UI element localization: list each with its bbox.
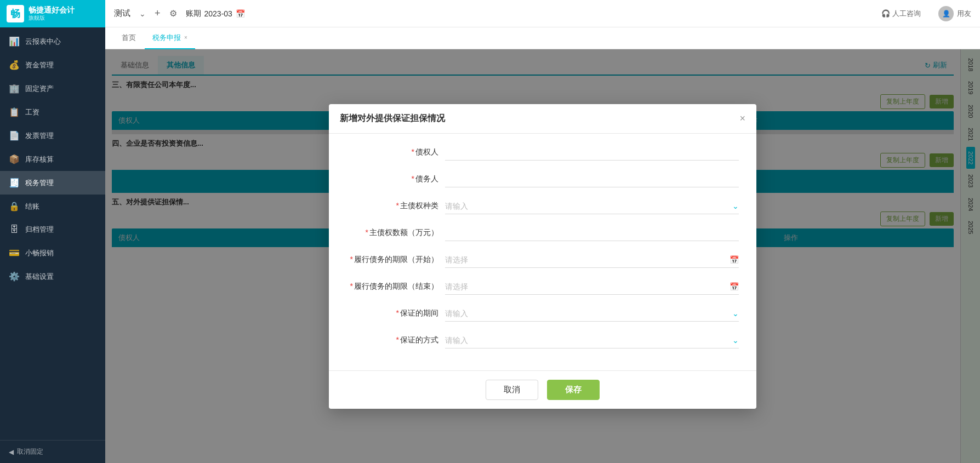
sidebar-item-fund[interactable]: 💰 资金管理 [0, 53, 105, 77]
form-label-debtor: *债务人 [346, 174, 445, 184]
footer-label: 取消固定 [17, 447, 43, 456]
close-icon: 🔒 [9, 201, 20, 212]
salary-icon: 📋 [9, 107, 20, 117]
support-label: 人工咨询 [892, 9, 921, 19]
sidebar-item-cloud-report[interactable]: 📊 云报表中心 [0, 30, 105, 53]
footer-arrow-icon: ◀ [9, 448, 14, 456]
form-label-claim-type: *主债权种类 [346, 201, 445, 211]
tab-tax-report[interactable]: 税务申报 × [145, 27, 195, 49]
form-row-creditor: *债权人 [346, 145, 739, 161]
form-row-claim-amount: *主债权数额（万元） [346, 225, 739, 241]
gear-icon[interactable]: ⚙ [169, 8, 177, 19]
sidebar-item-invoice[interactable]: 📄 发票管理 [0, 124, 105, 147]
period-start-input[interactable] [445, 252, 739, 268]
company-selector[interactable]: 测试 [114, 8, 130, 19]
avatar: 👤 [938, 6, 954, 21]
sidebar-item-settings[interactable]: ⚙️ 基础设置 [0, 265, 105, 288]
form-input-wrap-guarantee-period: ⌄ [445, 306, 739, 322]
sidebar-item-inventory[interactable]: 📦 库存核算 [0, 147, 105, 171]
sidebar-item-close[interactable]: 🔒 结账 [0, 195, 105, 218]
form-label-guarantee-period: *保证的期间 [346, 308, 445, 318]
sidebar-item-label: 云报表中心 [25, 37, 61, 47]
form-input-wrap-guarantee-method: ⌄ [445, 333, 739, 348]
support-button[interactable]: 🎧 人工咨询 [881, 9, 921, 19]
sidebar-item-label: 固定资产 [25, 84, 54, 94]
form-row-guarantee-method: *保证的方式 ⌄ [346, 333, 739, 348]
period-display: 账期 2023-03 📅 [186, 9, 245, 19]
save-button[interactable]: 保存 [547, 380, 600, 400]
form-label-creditor: *债权人 [346, 147, 445, 157]
form-input-wrap-period-start: 📅 [445, 252, 739, 268]
main-area: 测试 ⌄ + ⚙ 账期 2023-03 📅 🎧 人工咨询 👤 用友 [105, 0, 980, 463]
page-content: ↻ 刷新 基础信息 其他信息 三、有限责任公司本年度... [105, 49, 980, 463]
sidebar-footer[interactable]: ◀ 取消固定 [0, 440, 105, 463]
sidebar-nav: 📊 云报表中心 💰 资金管理 🏢 固定资产 📋 工资 📄 发票管理 📦 [0, 27, 105, 440]
tab-home[interactable]: 首页 [114, 27, 144, 49]
claim-type-input[interactable] [445, 198, 739, 214]
sidebar-item-label: 基础设置 [25, 272, 54, 282]
tab-close-icon[interactable]: × [184, 35, 187, 41]
tax-icon: 🧾 [9, 178, 20, 188]
sidebar-item-archive[interactable]: 🗄 归档管理 [0, 218, 105, 241]
form-label-period-start: *履行债务的期限（开始） [346, 255, 445, 265]
sidebar-item-label: 税务管理 [25, 178, 54, 188]
form-row-guarantee-period: *保证的期间 ⌄ [346, 306, 739, 322]
calendar-icon[interactable]: 📅 [236, 9, 245, 18]
modal-footer: 取消 保存 [329, 370, 756, 409]
sidebar-item-tax[interactable]: 🧾 税务管理 [0, 171, 105, 195]
modal-body: *债权人 *债务人 [329, 134, 756, 370]
modal-title: 新增对外提供保证担保情况 [340, 113, 445, 124]
expense-icon: 💳 [9, 248, 20, 258]
form-row-period-start: *履行债务的期限（开始） 📅 [346, 252, 739, 268]
user-menu[interactable]: 👤 用友 [938, 6, 971, 21]
sidebar: 畅 畅捷通好会计 旗舰版 📊 云报表中心 💰 资金管理 🏢 固定资产 📋 工资 [0, 0, 105, 463]
sidebar-item-fixed-assets[interactable]: 🏢 固定资产 [0, 77, 105, 100]
period-end-input[interactable] [445, 279, 739, 295]
sidebar-item-salary[interactable]: 📋 工资 [0, 100, 105, 124]
fund-icon: 💰 [9, 60, 20, 70]
modal-overlay: 新增对外提供保证担保情况 × *债权人 [105, 49, 980, 463]
form-input-wrap-claim-amount [445, 225, 739, 241]
tab-home-label: 首页 [122, 33, 136, 43]
sidebar-logo: 畅 畅捷通好会计 旗舰版 [0, 0, 105, 27]
form-row-period-end: *履行债务的期限（结束） 📅 [346, 279, 739, 295]
sidebar-item-label: 库存核算 [25, 155, 54, 164]
content-area: 首页 税务申报 × ↻ 刷新 [105, 27, 980, 463]
form-input-wrap-period-end: 📅 [445, 279, 739, 295]
logo-main: 畅捷通好会计 [29, 5, 75, 15]
sidebar-item-label: 发票管理 [25, 131, 54, 141]
period-label: 账期 [186, 9, 201, 19]
form-row-debtor: *债务人 [346, 172, 739, 187]
sidebar-item-label: 结账 [25, 202, 39, 212]
modal-dialog: 新增对外提供保证担保情况 × *债权人 [329, 104, 756, 409]
logo-icon: 畅 [7, 5, 24, 22]
form-label-claim-amount: *主债权数额（万元） [346, 228, 445, 238]
sidebar-item-label: 工资 [25, 107, 39, 117]
logo-sub: 旗舰版 [29, 14, 75, 22]
logo-text: 畅捷通好会计 旗舰版 [29, 5, 75, 22]
cancel-button[interactable]: 取消 [486, 380, 538, 400]
add-button[interactable]: + [155, 8, 161, 19]
tab-bar: 首页 税务申报 × [105, 27, 980, 49]
guarantee-method-input[interactable] [445, 333, 739, 348]
sidebar-item-label: 小畅报销 [25, 248, 54, 258]
modal-header: 新增对外提供保证担保情况 × [329, 104, 756, 134]
form-input-wrap-debtor [445, 172, 739, 187]
guarantee-period-input[interactable] [445, 306, 739, 322]
company-chevron-icon[interactable]: ⌄ [139, 9, 146, 18]
modal-close-button[interactable]: × [739, 113, 745, 123]
form-row-claim-type: *主债权种类 ⌄ [346, 198, 739, 214]
claim-amount-input[interactable] [445, 225, 739, 241]
archive-icon: 🗄 [9, 225, 20, 235]
sidebar-item-expense[interactable]: 💳 小畅报销 [0, 241, 105, 265]
debtor-input[interactable] [445, 172, 739, 187]
cloud-report-icon: 📊 [9, 36, 20, 47]
invoice-icon: 📄 [9, 130, 20, 141]
headset-icon: 🎧 [881, 9, 890, 18]
topbar: 测试 ⌄ + ⚙ 账期 2023-03 📅 🎧 人工咨询 👤 用友 [105, 0, 980, 27]
form-input-wrap-creditor [445, 145, 739, 161]
tab-tax-report-label: 税务申报 [152, 33, 181, 43]
settings-icon: ⚙️ [9, 271, 20, 282]
sidebar-item-label: 资金管理 [25, 60, 54, 70]
creditor-input[interactable] [445, 145, 739, 161]
